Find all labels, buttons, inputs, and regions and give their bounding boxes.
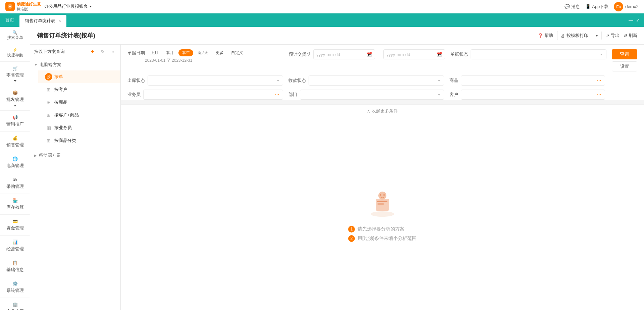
tab-sales-order[interactable]: 销售订单统计表 ×: [19, 15, 66, 27]
scheme-by-order[interactable]: 按 按单: [38, 70, 120, 83]
export-icon: ↗: [606, 33, 609, 38]
date-tab-custom[interactable]: 自定义: [228, 49, 246, 56]
staff-input[interactable]: ···: [143, 90, 283, 100]
template-print-dropdown[interactable]: [592, 34, 601, 38]
collapse-panel-button[interactable]: «: [109, 48, 116, 55]
tab-home[interactable]: 首页: [0, 13, 19, 27]
expand-icon: ▼: [34, 63, 38, 67]
sidebar-item-basic[interactable]: 📋 基础信息: [0, 256, 30, 277]
scheme-by-customer-goods[interactable]: ⊞ 按客户+商品: [38, 109, 120, 121]
page-title: 销售订单统计表(按单): [37, 32, 95, 44]
refresh-button[interactable]: ↺ 刷新: [624, 33, 637, 39]
sidebar-item-marketing[interactable]: 📢 营销推广: [0, 111, 30, 132]
empty-illustration: [366, 186, 399, 219]
filter-row-3: 业务员 ··· 部门: [127, 90, 637, 100]
topbar: 畅捷通好生意 标准版 办公用品行业模拟账套 💬 消息 📱 App下载 Ea de…: [0, 0, 644, 13]
scheme-by-staff[interactable]: ▦ 按业务员: [38, 121, 120, 134]
svg-rect-3: [377, 201, 387, 202]
svg-point-7: [383, 194, 385, 196]
collapse-icon: ∧: [367, 109, 370, 114]
chevron-down-icon: [277, 80, 279, 82]
main-area: 🔍 搜索菜单 ⚡ 快捷导航 🛒 零售管理 📦 批发管理 📢 营销推广 💰 销售管…: [0, 27, 644, 310]
template-print-button[interactable]: 🖨 按模板打印: [557, 31, 592, 40]
settings-button[interactable]: 设置: [612, 61, 637, 71]
empty-state: 1 请先选择要分析的方案 2 用[过滤]条件来缩小分析范围: [121, 117, 644, 310]
app-download-button[interactable]: 📱 App下载: [585, 4, 608, 10]
shipping-status-filter: 出库状态: [127, 75, 283, 86]
department-select[interactable]: [300, 90, 444, 100]
sidebar-item-operation[interactable]: 📊 经营管理: [0, 236, 30, 256]
goods-input[interactable]: ···: [461, 75, 605, 86]
table-icon: ⊞: [45, 99, 52, 106]
bill-status-select[interactable]: [471, 49, 606, 59]
add-scheme-button[interactable]: +: [89, 48, 96, 55]
logo-icon: [5, 2, 15, 11]
chevron-down-icon: [14, 80, 16, 82]
goods-label: 商品: [449, 78, 458, 84]
date-range-text: 2023-01-01 至 2023-12-31: [127, 58, 283, 63]
query-button[interactable]: 查询: [612, 49, 637, 59]
receipt-status-filter: 收款状态: [288, 75, 444, 86]
receipt-status-label: 收款状态: [288, 78, 306, 84]
topbar-right: 💬 消息 📱 App下载 Ea demo2: [565, 2, 639, 11]
staff-label: 业务员: [127, 92, 141, 98]
page-header: 销售订单统计表(按单) ❓ 帮助 🖨 按模板打印 ↗: [30, 27, 644, 45]
more-icon[interactable]: ···: [597, 78, 601, 84]
content-panel: 销售订单统计表(按单) ❓ 帮助 🖨 按模板打印 ↗: [30, 27, 644, 310]
left-panel-actions: + ✎ «: [89, 48, 116, 55]
message-button[interactable]: 💬 消息: [565, 4, 580, 10]
refresh-icon: ↺: [624, 33, 627, 38]
sidebar-item-sales[interactable]: 💰 销售管理: [0, 132, 30, 152]
help-button[interactable]: ❓ 帮助: [538, 33, 553, 39]
filter-row-1: 单据日期 上月 本月 本年 近7天 更多 自定义: [127, 49, 637, 71]
scheme-by-goods[interactable]: ⊞ 按商品: [38, 96, 120, 109]
more-icon[interactable]: ···: [597, 92, 601, 98]
predicted-date-start[interactable]: yyyy-mm-dd 📅: [313, 49, 375, 59]
date-tab-7days[interactable]: 近7天: [195, 49, 211, 56]
sidebar-item-system[interactable]: ⚙️ 系统管理: [0, 277, 30, 298]
empty-tip-1: 1 请先选择要分析的方案: [348, 226, 417, 232]
shipping-status-select[interactable]: [148, 75, 283, 86]
date-tab-this-month[interactable]: 本月: [163, 49, 176, 56]
department-label: 部门: [288, 92, 297, 98]
sidebar-item-purchase[interactable]: 🛍 采购管理: [0, 173, 30, 194]
sidebar-item-retail[interactable]: 🛒 零售管理: [0, 62, 30, 86]
scheme-by-category[interactable]: ⊞ 按商品分类: [38, 134, 120, 147]
download-icon: 📱: [585, 4, 591, 9]
customer-input[interactable]: ···: [461, 90, 605, 100]
table-icon: ⊞: [45, 111, 52, 119]
sidebar-item-enterprise[interactable]: 🏢 企业协同: [0, 298, 30, 310]
receipt-status-select[interactable]: [309, 75, 444, 86]
sidebar-item-wholesale[interactable]: 📦 批发管理: [0, 86, 30, 111]
svg-rect-4: [377, 203, 384, 205]
date-tabs: 上月 本月 本年 近7天 更多 自定义: [148, 49, 246, 56]
date-tab-last-month[interactable]: 上月: [148, 49, 161, 56]
sidebar-item-search[interactable]: 🔍 搜索菜单: [0, 27, 30, 44]
query-actions: 查询 设置: [612, 49, 637, 71]
tab-close-icon[interactable]: ×: [59, 18, 61, 23]
sidebar-item-inventory[interactable]: 🏪 库存核算: [0, 194, 30, 215]
scheme-by-customer[interactable]: ⊞ 按客户: [38, 83, 120, 96]
chevron-down-icon: [438, 80, 440, 82]
industry-selector[interactable]: 办公用品行业模拟账套: [44, 3, 92, 9]
logo-text: 畅捷通好生意 标准版: [17, 2, 41, 12]
more-icon[interactable]: ···: [275, 92, 279, 98]
export-button[interactable]: ↗ 导出: [606, 33, 620, 39]
staff-filter: 业务员 ···: [127, 90, 283, 100]
minimize-icon[interactable]: —: [629, 17, 633, 23]
user-menu[interactable]: Ea demo2: [614, 2, 639, 11]
left-panel-header: 按以下方案查询 + ✎ «: [30, 45, 120, 59]
collapse-button[interactable]: ∧ 收起更多条件: [367, 108, 398, 114]
sidebar-item-ecommerce[interactable]: 🌐 电商管理: [0, 152, 30, 173]
predicted-date-end[interactable]: yyyy-mm-dd 📅: [383, 49, 445, 59]
expand-icon[interactable]: ⤢: [636, 17, 640, 23]
date-tab-this-year[interactable]: 本年: [178, 49, 193, 56]
left-panel-title: 按以下方案查询: [34, 49, 65, 55]
predicted-date-label: 预计交货期: [289, 51, 311, 57]
sidebar-item-quicknav[interactable]: ⚡ 快捷导航: [0, 44, 30, 62]
bill-status-label: 单据状态: [450, 51, 468, 57]
date-tab-more[interactable]: 更多: [213, 49, 226, 56]
avatar: Ea: [614, 2, 623, 11]
edit-scheme-button[interactable]: ✎: [99, 48, 106, 55]
sidebar-item-finance[interactable]: 💳 资金管理: [0, 215, 30, 236]
